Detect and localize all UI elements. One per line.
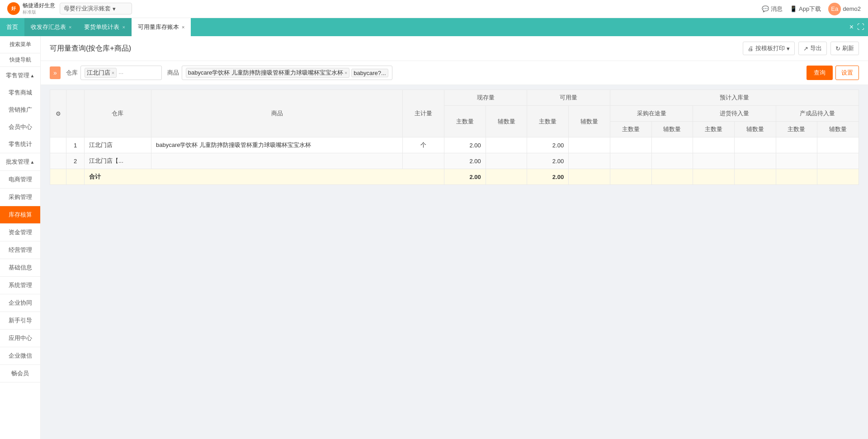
- sidebar-item-enterprise[interactable]: 企业协同: [0, 294, 40, 312]
- user-info[interactable]: Ea demo2: [828, 3, 861, 15]
- page-header: 可用量查询(按仓库+商品) 🖨 按模板打印 ▾ ↗ 导出 ↻ 刷新: [41, 36, 868, 61]
- sidebar-item-retail-mall-label: 零售商城: [9, 89, 32, 97]
- refresh-button[interactable]: ↻ 刷新: [830, 42, 859, 55]
- industry-selector[interactable]: 母婴行业演示账套 ▾: [60, 3, 132, 14]
- th-settings[interactable]: ⚙: [50, 90, 66, 137]
- message-action[interactable]: 💬 消息: [762, 5, 783, 13]
- sidebar-item-inventory[interactable]: 库存核算: [0, 206, 40, 223]
- tab-order-stats[interactable]: 要货单统计表 ×: [78, 18, 131, 36]
- query-button[interactable]: 查询: [807, 66, 833, 80]
- warehouse-filter-label: 仓库: [66, 69, 78, 77]
- sidebar-item-member[interactable]: 会员中心: [0, 118, 40, 136]
- warehouse-ellipsis[interactable]: ···: [118, 70, 123, 76]
- product-tag-2-value: babycare?...: [354, 70, 386, 76]
- message-label: 消息: [771, 5, 783, 13]
- row2-inbound-pending-main: [693, 153, 735, 169]
- tab-receive-send[interactable]: 收发存汇总表 ×: [24, 18, 78, 36]
- th-production-pending: 产成品待入量: [776, 106, 859, 122]
- sidebar-section-retail: 零售管理 ▲ 零售商城 营销推广 会员中心 零售统计: [0, 67, 40, 153]
- row1-stock-aux: [486, 137, 527, 153]
- table-row: 1 江北门店 babycare学饮杯 儿童防摔防撞吸管杯重力球吸嘴杯宝宝水杯 个…: [50, 137, 859, 153]
- print-icon: 🖨: [748, 45, 754, 52]
- fullscreen-btn[interactable]: ⛶: [857, 23, 864, 31]
- page-header-actions: 🖨 按模板打印 ▾ ↗ 导出 ↻ 刷新: [743, 42, 859, 61]
- sidebar-item-ecommerce-label: 电商管理: [9, 175, 32, 184]
- app-download-action[interactable]: 📱 App下载: [790, 5, 821, 13]
- top-bar-right: 💬 消息 📱 App下载 Ea demo2: [762, 3, 861, 15]
- sidebar-item-marketing[interactable]: 营销推广: [0, 101, 40, 118]
- sidebar-section-operations: 经营管理: [0, 241, 40, 259]
- sidebar-item-vip[interactable]: 畅会员: [0, 365, 40, 382]
- username: demo2: [843, 5, 861, 12]
- phone-icon: 📱: [790, 5, 797, 12]
- table-container: ⚙ 仓库 商品 主计量 现存量 可用量 预计入库量 主数量 辅数量 主数量 辅数…: [41, 85, 868, 439]
- warehouse-tag-close[interactable]: ×: [112, 70, 114, 76]
- row2-stock-main: 2.00: [444, 153, 486, 169]
- warehouse-filter-input[interactable]: 江北门店 × ···: [80, 66, 162, 80]
- sidebar-item-finance-label: 资金管理: [9, 228, 32, 236]
- row1-inbound-pending-aux: [734, 137, 776, 153]
- row2-purchase-transit-main: [610, 153, 651, 169]
- sidebar-item-purchase[interactable]: 采购管理: [0, 189, 40, 206]
- sidebar-item-wholesale[interactable]: 批发管理 ▲: [0, 153, 40, 170]
- close-all-tabs[interactable]: ×: [849, 23, 854, 31]
- template-print-button[interactable]: 🖨 按模板打印 ▾: [743, 42, 795, 55]
- sidebar-item-guide[interactable]: 新手引导: [0, 312, 40, 329]
- sidebar-search[interactable]: 搜索菜单: [0, 36, 40, 53]
- row2-inbound-pending-aux: [734, 153, 776, 169]
- tab-order-stats-close[interactable]: ×: [122, 24, 125, 30]
- content-area: 可用量查询(按仓库+商品) 🖨 按模板打印 ▾ ↗ 导出 ↻ 刷新 »: [41, 36, 868, 439]
- sidebar-item-retail[interactable]: 零售管理 ▲: [0, 67, 40, 84]
- sidebar-section-basic: 基础信息: [0, 259, 40, 277]
- th-production-pending-aux: 辅数量: [817, 122, 859, 137]
- filter-expand-button[interactable]: »: [50, 66, 61, 79]
- top-bar: 好 畅捷通好生意 标准版 母婴行业演示账套 ▾ 💬 消息 📱 App下载 Ea …: [0, 0, 868, 18]
- logo-text-block: 畅捷通好生意 标准版: [23, 2, 55, 15]
- product-tag-1-close[interactable]: ×: [344, 70, 347, 76]
- summary-purchase-transit-main: [610, 169, 651, 185]
- product-filter-group: 商品 babycare学饮杯 儿童防摔防撞吸管杯重力球吸嘴杯宝宝水杯 × bab…: [167, 66, 392, 80]
- chevron-icon: ▲: [30, 73, 35, 78]
- th-current-stock: 现存量: [444, 90, 527, 106]
- sidebar-quick-nav[interactable]: 快捷导航: [0, 53, 40, 67]
- product-filter-label: 商品: [167, 69, 179, 77]
- sidebar-item-basic[interactable]: 基础信息: [0, 259, 40, 276]
- data-table: ⚙ 仓库 商品 主计量 现存量 可用量 预计入库量 主数量 辅数量 主数量 辅数…: [50, 90, 859, 185]
- export-button[interactable]: ↗ 导出: [798, 42, 827, 55]
- sidebar-item-enterprise-label: 企业协同: [9, 299, 32, 307]
- tab-available-stock-close[interactable]: ×: [182, 24, 184, 30]
- sidebar-item-system[interactable]: 系统管理: [0, 277, 40, 294]
- sidebar-item-finance[interactable]: 资金管理: [0, 224, 40, 241]
- sidebar-item-enterprise-wechat[interactable]: 企业微信: [0, 347, 40, 364]
- tab-available-stock[interactable]: 可用量库存账本 ×: [132, 18, 191, 36]
- setting-button[interactable]: 设置: [835, 66, 859, 80]
- filter-bar: » 仓库 江北门店 × ··· 商品 babycare学饮杯 儿童防摔防撞吸管杯…: [41, 61, 868, 85]
- tab-receive-send-close[interactable]: ×: [69, 24, 71, 30]
- th-available: 可用量: [527, 90, 610, 106]
- product-filter-input[interactable]: babycare学饮杯 儿童防摔防撞吸管杯重力球吸嘴杯宝宝水杯 × babyca…: [182, 66, 392, 80]
- sidebar-section-purchase: 采购管理: [0, 189, 40, 206]
- top-bar-left: 好 畅捷通好生意 标准版 母婴行业演示账套 ▾: [7, 2, 132, 15]
- sidebar-item-retail-mall[interactable]: 零售商城: [0, 84, 40, 101]
- th-predicted-inbound: 预计入库量: [610, 90, 859, 106]
- summary-empty: [66, 169, 85, 185]
- sidebar-item-retail-stats[interactable]: 零售统计: [0, 136, 40, 153]
- summary-stock-aux: [486, 169, 527, 185]
- tab-available-stock-label: 可用量库存账本: [138, 23, 179, 31]
- sidebar-item-operations[interactable]: 经营管理: [0, 241, 40, 259]
- th-inbound-pending-aux: 辅数量: [734, 122, 776, 137]
- summary-purchase-transit-aux: [651, 169, 693, 185]
- sidebar-item-app-center[interactable]: 应用中心: [0, 330, 40, 347]
- warehouse-tag-value: 江北门店: [87, 69, 110, 77]
- sidebar-item-inventory-label: 库存核算: [9, 211, 32, 219]
- sidebar-item-ecommerce[interactable]: 电商管理: [0, 171, 40, 188]
- sidebar-item-system-label: 系统管理: [9, 281, 32, 289]
- sidebar-item-operations-label: 经营管理: [9, 246, 32, 254]
- tab-order-stats-label: 要货单统计表: [84, 23, 119, 31]
- row2-production-pending-aux: [817, 153, 859, 169]
- tab-home[interactable]: 首页: [0, 18, 24, 36]
- sidebar-section-wholesale: 批发管理 ▲: [0, 153, 40, 171]
- sidebar-section-guide: 新手引导: [0, 312, 40, 330]
- row2-unit: [403, 153, 444, 169]
- row2-production-pending-main: [776, 153, 817, 169]
